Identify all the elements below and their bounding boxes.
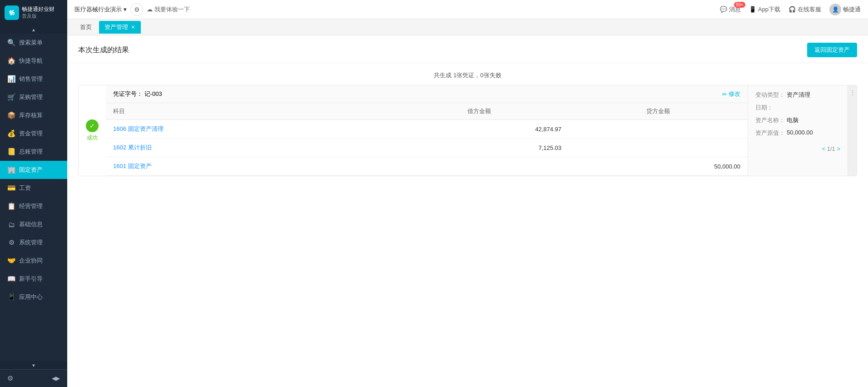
edit-label: 修改	[729, 90, 740, 98]
sidebar-item-fixed-assets[interactable]: 🏢 固定资产	[0, 161, 67, 179]
col-header-credit: 贷方金额	[569, 103, 748, 120]
logo-text: 畅捷通好业财	[22, 6, 55, 13]
debit-cell: 7,125.03	[390, 139, 569, 157]
main-area: 医疗器械行业演示 ▾ ⚙ ☁ 我要体验一下 💬 消息 99+ 📱 App下载	[67, 0, 868, 387]
scroll-up-btn[interactable]: ▲	[0, 25, 67, 34]
sidebar-item-system[interactable]: ⚙ 系统管理	[0, 233, 67, 252]
voucher-number: 凭证字号： 记-003	[113, 90, 162, 98]
sidebar-item-guide[interactable]: 📖 新手引导	[0, 270, 67, 288]
sidebar-item-label: 新手引导	[19, 275, 43, 283]
edit-icon: ✏	[722, 91, 727, 98]
debit-cell: 42,874.97	[390, 120, 569, 139]
app-download-button[interactable]: 📱 App下载	[749, 5, 780, 14]
voucher-no-value: 记-003	[144, 90, 162, 97]
voucher-header: 凭证字号： 记-003 ✏ 修改	[106, 85, 748, 103]
original-value-label: 资产原值：	[755, 129, 785, 137]
user-profile[interactable]: 👤 畅捷通	[829, 4, 861, 15]
sidebar-item-purchase[interactable]: 🛒 采购管理	[0, 88, 67, 106]
content-area: 本次生成的结果 返回固定资产 共生成 1张凭证，0张失败 ✓ 成功 凭证字号： …	[67, 35, 868, 387]
sales-icon: 📊	[7, 75, 15, 83]
inventory-icon: 📦	[7, 111, 15, 119]
back-to-fixed-assets-button[interactable]: 返回固定资产	[807, 43, 857, 57]
sidebar-item-finance[interactable]: 💰 资金管理	[0, 124, 67, 143]
table-row: 1606 固定资产清理 42,874.97	[106, 120, 748, 139]
message-icon: 💬	[720, 6, 727, 13]
chevron-down-icon: ▾	[124, 6, 127, 13]
sidebar-item-enterprise[interactable]: 🤝 企业协同	[0, 252, 67, 270]
tab-home-label: 首页	[80, 23, 92, 31]
tab-asset-mgmt[interactable]: 资产管理 ✕	[99, 21, 141, 34]
account-cell: 1601 固定资产	[106, 157, 390, 176]
sidebar-item-inventory[interactable]: 📦 库存核算	[0, 106, 67, 124]
sidebar-item-app-center[interactable]: 📱 应用中心	[0, 288, 67, 306]
download-icon: 📱	[749, 6, 756, 13]
sidebar-item-label: 快捷导航	[19, 57, 43, 65]
original-value-value: 50,000.00	[787, 129, 840, 136]
change-type-label: 变动类型：	[755, 91, 785, 99]
sidebar-item-quick-nav[interactable]: 🏠 快捷导航	[0, 52, 67, 70]
sidebar-item-label: 系统管理	[19, 238, 43, 247]
edit-voucher-button[interactable]: ✏ 修改	[722, 90, 740, 98]
account-cell: 1602 累计折旧	[106, 139, 390, 157]
finance-icon: 💰	[7, 129, 15, 138]
tab-asset-mgmt-label: 资产管理	[104, 23, 128, 31]
sidebar-item-basic-info[interactable]: 🗂 基础信息	[0, 215, 67, 233]
prev-page-btn[interactable]: <	[822, 145, 826, 152]
sidebar-item-sales[interactable]: 📊 销售管理	[0, 70, 67, 88]
page-indicator: 1/1	[827, 145, 837, 152]
sidebar-item-payroll[interactable]: 💳 工资	[0, 179, 67, 197]
asset-name-value: 电脑	[787, 116, 840, 124]
scroll-down-btn[interactable]: ▼	[0, 361, 67, 369]
next-page-btn[interactable]: >	[837, 145, 840, 152]
topbar-left: 医疗器械行业演示 ▾ ⚙ ☁ 我要体验一下	[74, 3, 190, 16]
experience-button[interactable]: ☁ 我要体验一下	[147, 5, 190, 14]
sidebar-item-label: 固定资产	[19, 166, 43, 174]
sidebar-item-label: 总账管理	[19, 148, 43, 156]
toggle-sidebar-icon[interactable]: ◀▶	[52, 375, 60, 382]
topbar-right: 💬 消息 99+ 📱 App下载 🎧 在线客服 👤 畅捷通	[720, 4, 861, 15]
company-selector[interactable]: 医疗器械行业演示 ▾	[74, 5, 127, 14]
pagination: < 1/1 >	[755, 142, 840, 152]
table-row: 1601 固定资产 50,000.00	[106, 157, 748, 176]
guide-icon: 📖	[7, 275, 15, 283]
collapse-panel[interactable]: ⋮	[848, 85, 857, 176]
sidebar-item-label: 应用中心	[19, 293, 43, 301]
asset-name-label: 资产名称：	[755, 116, 785, 124]
credit-cell	[569, 120, 748, 139]
logo-sub: 普及版	[22, 13, 55, 20]
app-center-icon: 📱	[7, 293, 15, 301]
voucher-table: 科目 借方金额 贷方金额 1606 固定资产清理 42,874.97 1602 …	[106, 103, 748, 176]
result-summary: 共生成 1张凭证，0张失败	[67, 63, 868, 85]
sidebar-menu: 🔍 搜索菜单 🏠 快捷导航 📊 销售管理 🛒 采购管理 📦 库存核算 💰 资金管…	[0, 34, 67, 361]
sidebar-bottom: ⚙ ◀▶	[0, 369, 67, 387]
sidebar-item-label: 销售管理	[19, 75, 43, 83]
date-row: 日期：	[755, 104, 840, 112]
sidebar-item-label: 采购管理	[19, 93, 43, 101]
date-label: 日期：	[755, 104, 773, 112]
sidebar-item-search[interactable]: 🔍 搜索菜单	[0, 34, 67, 52]
online-service-button[interactable]: 🎧 在线客服	[789, 5, 821, 14]
messages-button[interactable]: 💬 消息 99+	[720, 5, 741, 14]
gear-button[interactable]: ⚙	[130, 3, 143, 16]
tab-home[interactable]: 首页	[74, 21, 97, 34]
logo-icon: 畅	[5, 5, 19, 20]
topbar: 医疗器械行业演示 ▾ ⚙ ☁ 我要体验一下 💬 消息 99+ 📱 App下载	[67, 0, 868, 19]
app-download-label: App下载	[758, 5, 780, 14]
sidebar-item-ledger[interactable]: 📒 总账管理	[0, 143, 67, 161]
tab-close-icon[interactable]: ✕	[131, 24, 135, 30]
account-cell: 1606 固定资产清理	[106, 120, 390, 139]
success-circle-icon: ✓	[86, 119, 99, 132]
sidebar-item-label: 企业协同	[19, 257, 43, 265]
change-type-value: 资产清理	[787, 91, 840, 99]
side-info-panel: 变动类型： 资产清理 日期： 资产名称： 电脑 资产原值： 50,000.00 …	[748, 85, 848, 176]
operations-icon: 📋	[7, 202, 15, 210]
sidebar-item-operations[interactable]: 📋 经营管理	[0, 197, 67, 215]
sidebar-item-label: 工资	[19, 184, 31, 192]
table-row: 1602 累计折旧 7,125.03	[106, 139, 748, 157]
settings-icon[interactable]: ⚙	[7, 374, 13, 382]
debit-cell	[390, 157, 569, 176]
original-value-row: 资产原值： 50,000.00	[755, 129, 840, 137]
credit-cell	[569, 139, 748, 157]
username: 畅捷通	[843, 5, 861, 14]
voucher-main: 凭证字号： 记-003 ✏ 修改 科目 借方金额 贷方金额	[106, 85, 748, 176]
